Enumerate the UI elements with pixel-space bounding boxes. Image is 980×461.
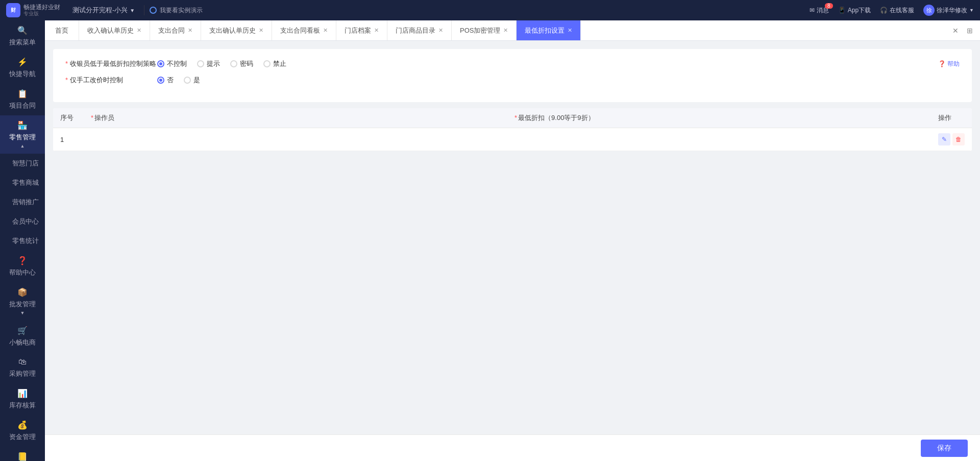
phone-icon: 📱 bbox=[838, 7, 846, 14]
cell-discount bbox=[507, 128, 931, 151]
tab-payment-board[interactable]: 支出合同看板 ✕ bbox=[272, 20, 336, 41]
sidebar-item-ecommerce[interactable]: 🛒 小畅电商 bbox=[0, 321, 45, 352]
tab-pos-password-close[interactable]: ✕ bbox=[503, 27, 508, 34]
sidebar-item-wholesale[interactable]: 📦 批发管理 ▼ bbox=[0, 282, 45, 321]
sidebar-item-project[interactable]: 📋 项目合同 bbox=[0, 84, 45, 115]
sidebar-label-quicknav: 快捷导航 bbox=[9, 69, 36, 79]
divider bbox=[144, 5, 144, 15]
radio-manual-yes[interactable]: 是 bbox=[184, 76, 200, 85]
sidebar-item-member[interactable]: 会员中心 bbox=[0, 212, 45, 231]
help-link[interactable]: ❓ 帮助 bbox=[938, 60, 960, 68]
tab-home[interactable]: 首页 bbox=[45, 20, 79, 41]
cart-icon: 🛒 bbox=[17, 326, 28, 335]
sidebar-item-retail-stat[interactable]: 零售统计 bbox=[0, 231, 45, 251]
sidebar-item-inventory[interactable]: 📊 库存核算 bbox=[0, 383, 45, 415]
collapse-arrow-icon: ▼ bbox=[20, 310, 25, 316]
tab-payment-contract-label: 支出合同 bbox=[158, 26, 185, 35]
app-download-label: App下载 bbox=[848, 6, 871, 15]
edition-label: 专业版 bbox=[23, 11, 60, 17]
radio-remind[interactable]: 提示 bbox=[197, 59, 220, 68]
chart-icon: 📊 bbox=[17, 389, 28, 398]
cell-seq: 1 bbox=[53, 128, 84, 151]
sidebar-label-retail-mall: 零售商城 bbox=[12, 178, 39, 187]
tab-min-discount-close[interactable]: ✕ bbox=[568, 27, 572, 34]
store-icon: 🏪 bbox=[17, 120, 28, 130]
tab-store-file[interactable]: 门店档案 ✕ bbox=[336, 20, 387, 41]
edit-btn[interactable]: ✎ bbox=[938, 133, 950, 145]
radio-remind-circle bbox=[197, 60, 204, 67]
search-icon: 🔍 bbox=[17, 26, 28, 35]
expand-tab-btn[interactable]: ⊞ bbox=[965, 26, 975, 36]
delete-btn[interactable]: 🗑 bbox=[952, 133, 965, 145]
tab-store-goods-close[interactable]: ✕ bbox=[438, 27, 443, 34]
save-button[interactable]: 保存 bbox=[921, 440, 968, 457]
tab-payment-contract[interactable]: 支出合同 ✕ bbox=[150, 20, 201, 41]
sidebar-label-ecommerce: 小畅电商 bbox=[9, 338, 36, 347]
project-selector[interactable]: 测试分开完程-小兴 ▼ bbox=[68, 4, 139, 17]
online-service-btn[interactable]: 🎧 在线客服 bbox=[880, 6, 914, 15]
sidebar-item-help[interactable]: ❓ 帮助中心 bbox=[0, 251, 45, 282]
tab-income-label: 收入确认单历史 bbox=[87, 26, 134, 35]
tab-home-label: 首页 bbox=[55, 26, 68, 35]
tab-store-goods[interactable]: 门店商品目录 ✕ bbox=[387, 20, 452, 41]
sidebar-item-finance[interactable]: 💰 资金管理 bbox=[0, 415, 45, 447]
contract-icon: 📋 bbox=[17, 89, 28, 99]
table-card: 序号 *操作员 *最低折扣（9.00等于9折） 操作 1 bbox=[53, 108, 972, 151]
message-btn[interactable]: ✉ 消息 8 bbox=[810, 6, 829, 15]
tab-income-close[interactable]: ✕ bbox=[137, 27, 141, 34]
tab-payment-contract-close[interactable]: ✕ bbox=[188, 27, 192, 34]
demo-link[interactable]: 我要看实例演示 bbox=[150, 6, 203, 15]
page-content: * 收银员低于最低折扣控制策略 不控制 提示 bbox=[45, 41, 980, 434]
table-row: 1 ✎ 🗑 bbox=[53, 128, 972, 151]
radio-forbid[interactable]: 禁止 bbox=[263, 59, 286, 68]
topbar-right: ✉ 消息 8 📱 App下载 🎧 在线客服 徐 徐泽华修改 ▼ bbox=[810, 5, 974, 16]
sidebar-item-search[interactable]: 🔍 搜索菜单 bbox=[0, 20, 45, 52]
sidebar-label-project: 项目合同 bbox=[9, 101, 36, 110]
sidebar-label-purchase: 采购管理 bbox=[9, 369, 36, 378]
manual-price-label: * 仅手工改价时控制 bbox=[65, 76, 157, 85]
demo-icon bbox=[150, 7, 157, 14]
app-download-btn[interactable]: 📱 App下载 bbox=[838, 6, 871, 15]
radio-manual-no-circle bbox=[157, 77, 164, 84]
money-icon: 💰 bbox=[17, 420, 28, 430]
question-icon: ❓ bbox=[938, 60, 946, 67]
tab-min-discount[interactable]: 最低折扣设置 ✕ bbox=[517, 20, 581, 41]
topbar: 财 畅捷通好业财 专业版 测试分开完程-小兴 ▼ 我要看实例演示 ✉ 消息 8 … bbox=[0, 0, 980, 20]
user-menu[interactable]: 徐 徐泽华修改 ▼ bbox=[923, 5, 974, 16]
footer-bar: 保存 bbox=[45, 434, 980, 461]
sidebar-label-finance: 资金管理 bbox=[9, 432, 36, 442]
sidebar-item-marketing[interactable]: 营销推广 bbox=[0, 192, 45, 212]
tab-income[interactable]: 收入确认单历史 ✕ bbox=[79, 20, 150, 41]
demo-label: 我要看实例演示 bbox=[160, 6, 203, 15]
tab-payment-confirm-close[interactable]: ✕ bbox=[259, 27, 263, 34]
close-all-btn[interactable]: ✕ bbox=[950, 26, 961, 36]
cell-action: ✎ 🗑 bbox=[931, 128, 972, 151]
sidebar-label-marketing: 营销推广 bbox=[12, 198, 39, 207]
tab-payment-board-close[interactable]: ✕ bbox=[323, 27, 328, 34]
tab-payment-confirm[interactable]: 支出确认单历史 ✕ bbox=[201, 20, 272, 41]
tab-store-file-label: 门店档案 bbox=[345, 26, 371, 35]
radio-no-control[interactable]: 不控制 bbox=[157, 59, 187, 68]
sidebar-label-inventory: 库存核算 bbox=[9, 401, 36, 410]
project-name: 测试分开完程-小兴 bbox=[72, 6, 128, 15]
sidebar-label-retail-stat: 零售统计 bbox=[12, 236, 39, 246]
required-star-2: * bbox=[65, 76, 68, 84]
sidebar-item-retail-mgmt[interactable]: 🏪 零售管理 ▲ bbox=[0, 115, 45, 154]
tab-pos-password[interactable]: POS加密管理 ✕ bbox=[452, 20, 517, 41]
avatar: 徐 bbox=[923, 5, 935, 16]
tab-store-file-close[interactable]: ✕ bbox=[374, 27, 379, 34]
sidebar-item-quicknav[interactable]: ⚡ 快捷导航 bbox=[0, 52, 45, 84]
sidebar-item-smart-store[interactable]: 智慧门店 bbox=[0, 154, 45, 173]
sidebar-item-retail-mall[interactable]: 零售商城 bbox=[0, 173, 45, 192]
expand-arrow-icon: ▲ bbox=[20, 143, 25, 149]
table-header-row: 序号 *操作员 *最低折扣（9.00等于9折） 操作 bbox=[53, 108, 972, 128]
radio-manual-no[interactable]: 否 bbox=[157, 76, 174, 85]
tab-min-discount-label: 最低折扣设置 bbox=[525, 26, 565, 35]
manual-price-options: 否 是 bbox=[157, 76, 200, 85]
user-chevron-icon: ▼ bbox=[969, 8, 974, 13]
sidebar-item-purchase[interactable]: 🛍 采购管理 bbox=[0, 352, 45, 383]
tab-store-goods-label: 门店商品目录 bbox=[396, 26, 435, 35]
sidebar-item-ledger[interactable]: 📒 总账管理 bbox=[0, 447, 45, 461]
col-header-discount: *最低折扣（9.00等于9折） bbox=[507, 108, 931, 128]
radio-password[interactable]: 密码 bbox=[230, 59, 253, 68]
